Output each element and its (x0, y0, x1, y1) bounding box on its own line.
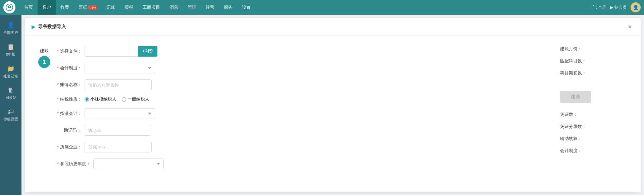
company-input[interactable] (85, 142, 152, 152)
tax-type-radio-group: 小规模纳税人 一般纳税人 (85, 96, 149, 102)
sidebar-item-all-customers[interactable]: 👤 全部客户 (0, 18, 21, 39)
nav-item-home[interactable]: 首页 (19, 0, 38, 15)
company-row: 所属企业： (57, 142, 171, 152)
account-migrate-icon: 📁 (7, 65, 14, 72)
memo-row: 助记码： (57, 125, 171, 136)
tax-type-label: 纳税性质： (57, 96, 82, 102)
month-label: 建账月份： (560, 46, 587, 52)
dialog-body: 建账 1 选择文件： +浏览 (25, 36, 641, 179)
close-button[interactable]: × (626, 23, 634, 31)
history-year-label: 参照历史年度： (57, 161, 91, 167)
nav-item-customer[interactable]: 客户 (38, 0, 56, 15)
nav-right: ⛶ 全屏 ▶ 畅会员 👤 (593, 2, 641, 12)
nav-item-business[interactable]: 工商项目 (138, 0, 165, 15)
import-icon: ▶ (32, 24, 35, 29)
file-input[interactable] (85, 46, 138, 57)
sidebar-item-tag-settings[interactable]: 🏷 标签设置 (0, 105, 21, 125)
recycle-icon: 🗑 (8, 87, 14, 94)
memo-input[interactable] (84, 125, 151, 136)
match-subjects-label: 匹配科目数： (560, 58, 587, 64)
radio-small-taxpayer[interactable]: 小规模纳税人 (85, 96, 116, 102)
right-panel: 建账月份： 匹配科目数： 科目期初数： 建账 凭证 (560, 46, 627, 169)
user-avatar[interactable]: 👤 (631, 2, 641, 12)
accounting-system-label: 会计制度： (57, 65, 82, 71)
form-left: 选择文件： +浏览 会计制度： (57, 46, 171, 169)
top-navigation: 首页 客户 收费 票据 new 记账 报税 工商项目 消息 管理 经营 服务 设… (0, 0, 644, 15)
auxiliary-row: 辅助核算： (560, 136, 627, 142)
file-input-group: +浏览 (85, 46, 158, 57)
build-account-button[interactable]: 建账 (560, 91, 591, 103)
nav-item-tax[interactable]: 报税 (120, 0, 138, 15)
assign-accountant-label: 指派会计： (57, 111, 82, 117)
history-year-select[interactable] (93, 158, 164, 169)
voucher-count-label: 凭证数： (560, 112, 587, 118)
build-btn-area: 建账 (560, 87, 627, 103)
match-subjects-row: 匹配科目数： (560, 58, 627, 64)
auxiliary-label: 辅助核算： (560, 136, 587, 142)
vip-icon: ▶ (610, 5, 613, 10)
fullscreen-button[interactable]: ⛶ 全屏 (593, 5, 606, 10)
dialog-title-area: ▶ 导爷数据导入 (32, 24, 66, 30)
sidebar-item-account-migrate[interactable]: 📁 账套迁移 (0, 62, 21, 82)
browse-button[interactable]: +浏览 (138, 46, 158, 57)
svg-point-1 (9, 6, 10, 7)
accounting-system-row: 会计制度： (57, 63, 171, 73)
assign-accountant-select[interactable] (85, 108, 155, 119)
tag-settings-icon: 🏷 (8, 108, 14, 115)
step-circle: 1 (38, 56, 50, 68)
nav-item-operation[interactable]: 经营 (201, 0, 219, 15)
radio-general-taxpayer[interactable]: 一般纳税人 (122, 96, 149, 102)
initial-subjects-label: 科目期初数： (560, 70, 587, 76)
fullscreen-icon: ⛶ (593, 5, 597, 10)
voucher-entries-label: 凭证分录数： (560, 124, 587, 130)
history-year-row: 参照历史年度： (57, 158, 171, 169)
main-layout: 👤 全部客户 📋 0申报 📁 账套迁移 🗑 回收站 🏷 标签设置 ▶ 导爷数 (0, 15, 644, 195)
nav-item-invoice[interactable]: 票据 new (74, 0, 102, 15)
logo (3, 1, 15, 13)
accounting-system-right-row: 会计制度： (560, 148, 627, 154)
all-customers-icon: 👤 (7, 21, 14, 29)
nav-item-settings[interactable]: 设置 (237, 0, 255, 15)
nav-item-service[interactable]: 服务 (219, 0, 237, 15)
main-content: ▶ 导爷数据导入 × 建账 1 (21, 15, 644, 195)
file-row: 选择文件： +浏览 (57, 46, 171, 57)
ledger-name-label: 账簿名称： (57, 82, 82, 88)
ledger-name-input[interactable] (85, 79, 152, 90)
accounting-system-right-label: 会计制度： (560, 148, 587, 154)
step-section: 建账 1 (38, 46, 50, 169)
memo-label: 助记码： (57, 127, 81, 133)
vip-button[interactable]: ▶ 畅会员 (610, 5, 627, 10)
initial-subjects-row: 科目期初数： (560, 70, 627, 76)
ledger-name-row: 账簿名称： (57, 79, 171, 90)
sidebar-item-recycle[interactable]: 🗑 回收站 (0, 83, 21, 104)
sidebar: 👤 全部客户 📋 0申报 📁 账套迁移 🗑 回收站 🏷 标签设置 (0, 15, 21, 195)
accounting-system-select[interactable] (85, 63, 155, 73)
file-label: 选择文件： (57, 48, 82, 54)
nav-item-bookkeeping[interactable]: 记账 (102, 0, 120, 15)
dialog-header: ▶ 导爷数据导入 × (25, 18, 641, 36)
voucher-entries-row: 凭证分录数： (560, 124, 627, 130)
import-dialog: ▶ 导爷数据导入 × 建账 1 (25, 18, 641, 192)
sidebar-item-zero-report[interactable]: 📋 0申报 (0, 40, 21, 60)
zero-report-icon: 📋 (7, 43, 14, 51)
nav-item-message[interactable]: 消息 (165, 0, 183, 15)
column-separator (543, 46, 543, 169)
nav-items: 首页 客户 收费 票据 new 记账 报税 工商项目 消息 管理 经营 服务 设… (19, 0, 593, 15)
dialog-title: 导爷数据导入 (38, 24, 66, 30)
company-label: 所属企业： (57, 144, 82, 150)
new-badge: new (88, 5, 97, 10)
nav-item-fee[interactable]: 收费 (56, 0, 74, 15)
assign-accountant-row: 指派会计： (57, 108, 171, 119)
voucher-count-row: 凭证数： (560, 112, 627, 118)
nav-item-manage[interactable]: 管理 (183, 0, 201, 15)
tax-type-row: 纳税性质： 小规模纳税人 一般纳税人 (57, 96, 171, 102)
month-row: 建账月份： (560, 46, 627, 52)
